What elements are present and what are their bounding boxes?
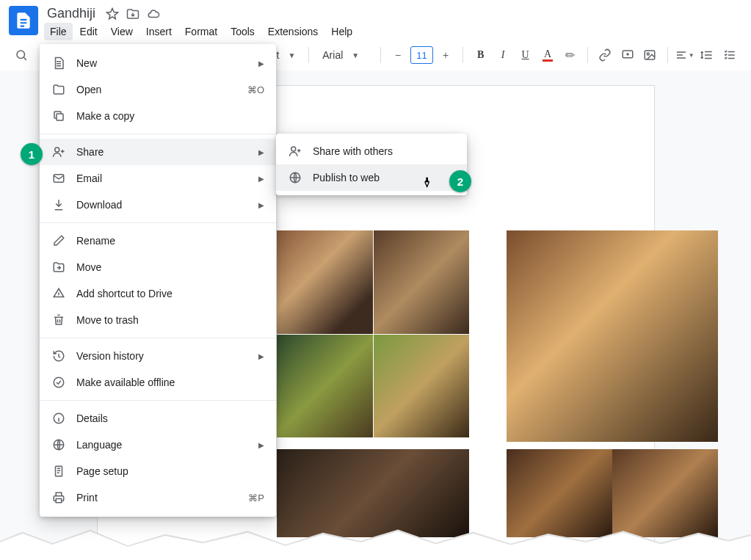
menu-trash[interactable]: Move to trash xyxy=(40,307,276,333)
menubar-format[interactable]: Format xyxy=(179,23,223,40)
chevron-right-icon: ▶ xyxy=(258,175,264,183)
checklist-button[interactable] xyxy=(720,45,740,65)
person-add-icon xyxy=(51,145,66,159)
menu-label: Add shortcut to Drive xyxy=(76,288,264,299)
menubar-tools[interactable]: Tools xyxy=(225,23,261,40)
menubar: File Edit View Insert Format Tools Exten… xyxy=(44,23,358,40)
svg-point-12 xyxy=(291,147,296,151)
menu-label: Share xyxy=(76,146,248,158)
document-image-pair xyxy=(507,449,718,537)
globe-icon xyxy=(288,170,302,185)
separator xyxy=(587,47,588,63)
pencil-icon xyxy=(51,233,66,248)
menu-offline[interactable]: Make available offline xyxy=(40,369,276,396)
document-image[interactable] xyxy=(612,449,718,537)
menu-label: Download xyxy=(76,199,248,211)
document-image[interactable] xyxy=(374,230,470,334)
submenu-publish-web[interactable]: Publish to web xyxy=(276,164,467,191)
menu-share[interactable]: Share ▶ xyxy=(40,139,276,165)
menu-label: Move to trash xyxy=(76,314,264,326)
menu-version-history[interactable]: Version history ▶ xyxy=(40,343,276,369)
menu-new[interactable]: New ▶ xyxy=(40,50,276,76)
search-icon[interactable] xyxy=(12,45,32,65)
bold-button[interactable]: B xyxy=(471,45,490,65)
document-image[interactable] xyxy=(507,449,612,537)
history-icon xyxy=(51,349,66,363)
separator xyxy=(380,47,381,63)
chevron-right-icon: ▶ xyxy=(258,148,264,156)
align-button[interactable]: ▼ xyxy=(675,45,694,65)
document-image[interactable] xyxy=(277,230,373,334)
document-title[interactable]: Gandhiji xyxy=(44,6,98,21)
menu-move[interactable]: Move xyxy=(40,254,276,280)
menu-separator xyxy=(40,338,276,338)
menu-rename[interactable]: Rename xyxy=(40,228,276,254)
menu-shortcut: ⌘P xyxy=(248,492,264,503)
menu-print[interactable]: Print ⌘P xyxy=(40,484,276,511)
cloud-status-icon[interactable] xyxy=(147,7,160,21)
document-image[interactable] xyxy=(374,335,470,438)
copy-icon xyxy=(51,109,66,123)
svg-point-7 xyxy=(54,377,64,388)
menu-label: Open xyxy=(76,84,237,95)
font-size-input[interactable]: 11 xyxy=(410,46,432,64)
document-image[interactable] xyxy=(277,335,373,438)
text-color-button[interactable]: A xyxy=(538,45,558,65)
menu-label: Language xyxy=(76,439,248,451)
svg-rect-4 xyxy=(57,114,63,120)
document-image[interactable] xyxy=(277,449,469,537)
menu-language[interactable]: Language ▶ xyxy=(40,432,276,458)
line-spacing-button[interactable] xyxy=(697,45,717,65)
menu-separator xyxy=(40,400,276,401)
drive-shortcut-icon xyxy=(51,286,66,301)
menubar-file[interactable]: File xyxy=(44,23,73,40)
menu-page-setup[interactable]: Page setup xyxy=(40,458,276,484)
menu-label: Share with others xyxy=(313,145,455,157)
menu-details[interactable]: Details xyxy=(40,405,276,432)
svg-point-3 xyxy=(647,53,649,55)
svg-point-5 xyxy=(55,148,59,152)
menubar-view[interactable]: View xyxy=(105,23,139,40)
chevron-right-icon: ▶ xyxy=(258,201,264,209)
menu-label: Rename xyxy=(76,235,264,247)
document-icon xyxy=(51,56,66,70)
menubar-edit[interactable]: Edit xyxy=(74,23,104,40)
menubar-help[interactable]: Help xyxy=(325,23,358,40)
menu-make-copy[interactable]: Make a copy xyxy=(40,103,276,129)
folder-icon xyxy=(51,82,66,97)
image-grid-left xyxy=(277,230,469,437)
menubar-extensions[interactable]: Extensions xyxy=(262,23,324,40)
chevron-right-icon: ▶ xyxy=(258,352,264,360)
menu-label: Print xyxy=(76,492,238,503)
menu-download[interactable]: Download ▶ xyxy=(40,192,276,218)
docs-logo[interactable] xyxy=(9,6,38,35)
font-size-increase[interactable]: + xyxy=(436,45,456,65)
menu-shortcut: ⌘O xyxy=(247,84,264,95)
move-icon xyxy=(51,260,66,274)
menubar-insert[interactable]: Insert xyxy=(140,23,178,40)
person-add-icon xyxy=(288,144,302,159)
menu-add-shortcut[interactable]: Add shortcut to Drive xyxy=(40,280,276,307)
share-submenu: Share with others Publish to web xyxy=(276,134,467,195)
annotation-badge-1: 1 xyxy=(21,143,43,165)
font-size-decrease[interactable]: − xyxy=(388,45,408,65)
document-image[interactable] xyxy=(507,230,718,442)
menu-label: Details xyxy=(76,412,264,424)
menu-label: Version history xyxy=(76,350,248,362)
menu-email[interactable]: Email ▶ xyxy=(40,165,276,192)
add-comment-button[interactable] xyxy=(617,45,637,65)
menu-label: Make a copy xyxy=(76,110,264,122)
menu-label: Make available offline xyxy=(76,377,264,388)
star-icon[interactable] xyxy=(106,7,119,21)
separator xyxy=(667,47,668,63)
highlight-button[interactable]: ✎ xyxy=(560,45,580,65)
submenu-share-others[interactable]: Share with others xyxy=(276,138,467,164)
download-icon xyxy=(51,197,66,212)
italic-button[interactable]: I xyxy=(493,45,513,65)
insert-link-button[interactable] xyxy=(595,45,615,65)
insert-image-button[interactable] xyxy=(640,45,660,65)
menu-open[interactable]: Open ⌘O xyxy=(40,76,276,103)
move-folder-icon[interactable] xyxy=(126,7,139,21)
font-family-dropdown[interactable]: Arial ▼ xyxy=(316,45,373,65)
underline-button[interactable]: U xyxy=(515,45,535,65)
